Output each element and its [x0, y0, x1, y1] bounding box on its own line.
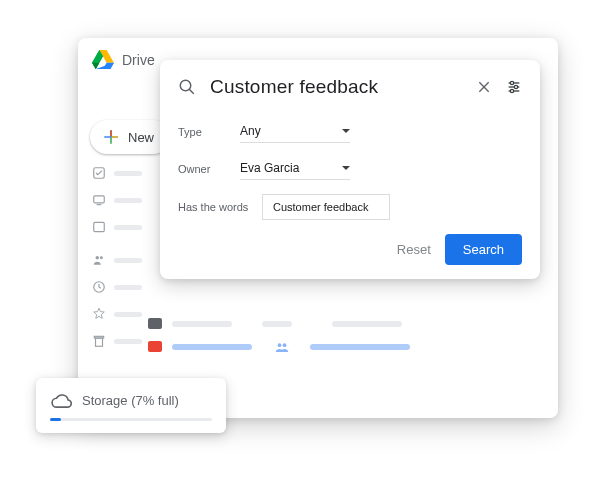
- filter-owner-label: Owner: [178, 163, 240, 175]
- svg-line-16: [189, 89, 194, 94]
- svg-point-8: [96, 256, 100, 259]
- search-icon[interactable]: [178, 78, 196, 96]
- shared-icon: [274, 342, 290, 352]
- file-block-icon: [148, 341, 162, 352]
- storage-label: Storage (7% full): [82, 393, 179, 408]
- drive-logo-icon: [92, 50, 114, 70]
- search-button[interactable]: Search: [445, 234, 522, 265]
- sidebar: [92, 166, 142, 348]
- svg-point-24: [510, 89, 513, 92]
- clear-icon[interactable]: [476, 79, 492, 95]
- svg-point-22: [510, 81, 513, 84]
- reset-button[interactable]: Reset: [397, 242, 431, 257]
- svg-rect-7: [94, 222, 105, 231]
- clock-icon: [92, 280, 106, 294]
- svg-rect-3: [112, 136, 118, 138]
- svg-rect-2: [110, 130, 112, 136]
- filter-words: Has the words Customer feedback: [178, 194, 522, 220]
- filter-type-select[interactable]: Any: [240, 120, 350, 143]
- svg-rect-12: [94, 336, 103, 338]
- filter-words-input[interactable]: Customer feedback: [262, 194, 390, 220]
- content-area: [148, 318, 538, 352]
- folder-icon: [92, 220, 106, 234]
- checkbox-icon: [92, 166, 106, 180]
- svg-rect-6: [97, 204, 102, 205]
- filter-words-label: Has the words: [178, 201, 262, 213]
- new-button[interactable]: New: [90, 120, 170, 154]
- filter-options-icon[interactable]: [506, 79, 522, 95]
- storage-card[interactable]: Storage (7% full): [36, 378, 226, 433]
- content-row-selected[interactable]: [148, 341, 538, 352]
- filter-owner-select[interactable]: Eva Garcia: [240, 157, 350, 180]
- sidebar-item-starred[interactable]: [92, 307, 142, 321]
- svg-rect-11: [96, 338, 103, 346]
- trash-icon: [92, 334, 106, 348]
- people-icon: [92, 253, 106, 267]
- filter-type-label: Type: [178, 126, 240, 138]
- sidebar-item-mydrive[interactable]: [92, 166, 142, 180]
- sidebar-item-people[interactable]: [92, 253, 142, 267]
- app-name: Drive: [122, 52, 155, 68]
- storage-progress: [50, 418, 212, 421]
- sidebar-item-recent[interactable]: [92, 280, 142, 294]
- svg-point-9: [100, 256, 103, 259]
- storage-progress-fill: [50, 418, 61, 421]
- plus-icon: [102, 128, 120, 146]
- svg-point-23: [514, 85, 517, 88]
- caret-down-icon: [342, 129, 350, 134]
- search-input[interactable]: Customer feedback: [210, 76, 462, 98]
- svg-point-15: [180, 80, 191, 91]
- sidebar-item-trash[interactable]: [92, 334, 142, 348]
- content-row[interactable]: [148, 318, 538, 329]
- new-button-label: New: [128, 130, 154, 145]
- svg-rect-5: [94, 196, 105, 203]
- sidebar-item-shared[interactable]: [92, 220, 142, 234]
- filter-type: Type Any: [178, 120, 522, 143]
- folder-block-icon: [148, 318, 162, 329]
- devices-icon: [92, 193, 106, 207]
- cloud-icon: [50, 392, 72, 408]
- filter-owner: Owner Eva Garcia: [178, 157, 522, 180]
- svg-point-14: [283, 343, 287, 347]
- star-icon: [92, 307, 106, 321]
- search-panel: Customer feedback Type Any Owner Eva Gar…: [160, 60, 540, 279]
- svg-point-13: [278, 343, 282, 347]
- sidebar-item-computers[interactable]: [92, 193, 142, 207]
- caret-down-icon: [342, 166, 350, 171]
